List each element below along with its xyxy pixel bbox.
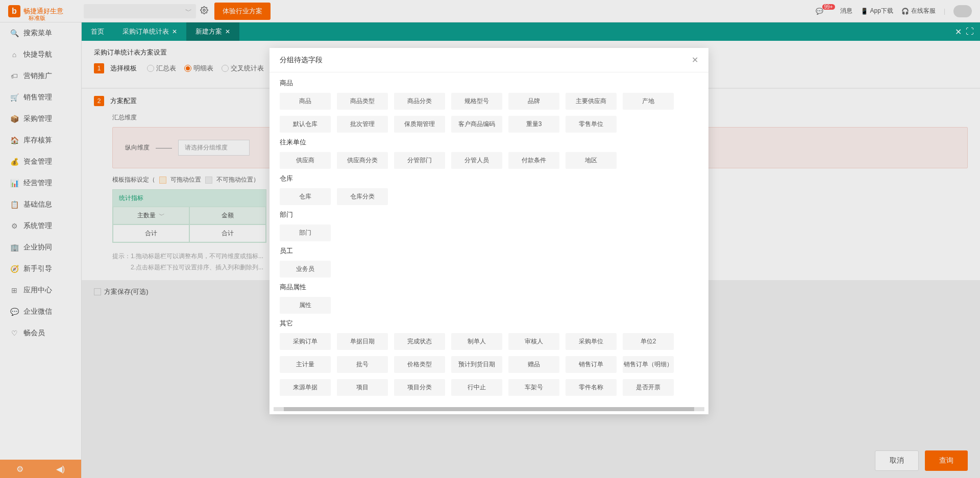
- field-chip[interactable]: 项目: [337, 379, 388, 396]
- field-chip[interactable]: 批次管理: [337, 116, 388, 133]
- field-chip[interactable]: 采购单位: [566, 333, 617, 350]
- field-chip[interactable]: 价格类型: [394, 356, 445, 373]
- chip-row: 供应商供应商分类分管部门分管人员付款条件地区: [280, 152, 698, 169]
- chip-row: 商品商品类型商品分类规格型号品牌主要供应商产地默认仓库批次管理保质期管理客户商品…: [280, 93, 698, 133]
- field-chip[interactable]: 规格型号: [451, 93, 502, 110]
- group-title: 商品: [280, 79, 698, 88]
- field-chip[interactable]: 属性: [280, 297, 331, 314]
- group-title: 员工: [280, 246, 698, 256]
- field-chip[interactable]: 零件名称: [566, 379, 617, 396]
- field-chip[interactable]: 品牌: [508, 93, 559, 110]
- field-group-6: 其它采购订单单据日期完成状态制单人审核人采购单位单位2主计量批号价格类型预计到货…: [280, 319, 698, 396]
- field-chip[interactable]: 供应商分类: [337, 152, 388, 169]
- field-group-3: 部门部门: [280, 210, 698, 241]
- field-chip[interactable]: 仓库: [280, 188, 331, 205]
- field-chip[interactable]: 默认仓库: [280, 116, 331, 133]
- field-chip[interactable]: 来源单据: [280, 379, 331, 396]
- field-chip[interactable]: 单据日期: [337, 333, 388, 350]
- field-chip[interactable]: 项目分类: [394, 379, 445, 396]
- chip-row: 部门: [280, 224, 698, 241]
- field-chip[interactable]: 完成状态: [394, 333, 445, 350]
- field-chip[interactable]: 审核人: [508, 333, 559, 350]
- field-chip[interactable]: 产地: [623, 93, 674, 110]
- field-chip[interactable]: 商品分类: [394, 93, 445, 110]
- field-chip[interactable]: 分管人员: [451, 152, 502, 169]
- field-chip[interactable]: 付款条件: [508, 152, 559, 169]
- chip-row: 仓库仓库分类: [280, 188, 698, 205]
- field-chip[interactable]: 客户商品编码: [451, 116, 502, 133]
- field-chip[interactable]: 零售单位: [566, 116, 617, 133]
- field-chip[interactable]: 商品: [280, 93, 331, 110]
- close-icon[interactable]: ✕: [692, 55, 698, 65]
- field-chip[interactable]: 保质期管理: [394, 116, 445, 133]
- field-chip[interactable]: 制单人: [451, 333, 502, 350]
- chip-row: 属性: [280, 297, 698, 314]
- field-chip[interactable]: 分管部门: [394, 152, 445, 169]
- field-chip[interactable]: 业务员: [280, 261, 331, 278]
- field-chip[interactable]: 批号: [337, 356, 388, 373]
- modal-header: 分组待选字段 ✕: [270, 48, 708, 72]
- field-group-1: 往来单位供应商供应商分类分管部门分管人员付款条件地区: [280, 138, 698, 169]
- field-chip[interactable]: 仓库分类: [337, 188, 388, 205]
- group-title: 往来单位: [280, 138, 698, 147]
- group-title: 其它: [280, 319, 698, 328]
- field-chip[interactable]: 销售订单（明细）: [623, 356, 674, 373]
- field-chip[interactable]: 是否开票: [623, 379, 674, 396]
- field-group-2: 仓库仓库仓库分类: [280, 174, 698, 205]
- modal-body: 商品商品商品类型商品分类规格型号品牌主要供应商产地默认仓库批次管理保质期管理客户…: [270, 72, 708, 405]
- field-group-4: 员工业务员: [280, 246, 698, 278]
- field-chip[interactable]: 地区: [566, 152, 617, 169]
- field-chip[interactable]: 供应商: [280, 152, 331, 169]
- field-chip[interactable]: 采购订单: [280, 333, 331, 350]
- field-selector-modal: 分组待选字段 ✕ 商品商品商品类型商品分类规格型号品牌主要供应商产地默认仓库批次…: [270, 48, 708, 414]
- field-chip[interactable]: 商品类型: [337, 93, 388, 110]
- group-title: 仓库: [280, 174, 698, 183]
- field-chip[interactable]: 重量3: [508, 116, 559, 133]
- field-chip[interactable]: 销售订单: [566, 356, 617, 373]
- modal-title: 分组待选字段: [280, 56, 323, 65]
- horizontal-scrollbar[interactable]: [274, 407, 704, 411]
- field-chip[interactable]: 行中止: [451, 379, 502, 396]
- field-chip[interactable]: 赠品: [508, 356, 559, 373]
- chip-row: 采购订单单据日期完成状态制单人审核人采购单位单位2主计量批号价格类型预计到货日期…: [280, 333, 698, 396]
- field-chip[interactable]: 单位2: [623, 333, 674, 350]
- field-chip[interactable]: 部门: [280, 224, 331, 241]
- field-group-5: 商品属性属性: [280, 283, 698, 314]
- group-title: 部门: [280, 210, 698, 219]
- field-chip[interactable]: 主计量: [280, 356, 331, 373]
- field-group-0: 商品商品商品类型商品分类规格型号品牌主要供应商产地默认仓库批次管理保质期管理客户…: [280, 79, 698, 133]
- field-chip[interactable]: 车架号: [508, 379, 559, 396]
- group-title: 商品属性: [280, 283, 698, 292]
- field-chip[interactable]: 预计到货日期: [451, 356, 502, 373]
- chip-row: 业务员: [280, 261, 698, 278]
- field-chip[interactable]: 主要供应商: [566, 93, 617, 110]
